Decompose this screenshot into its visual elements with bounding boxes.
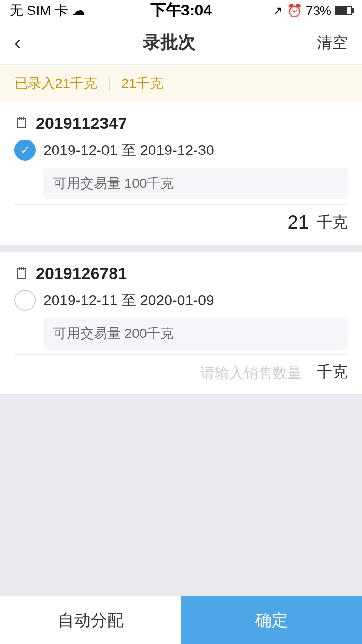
batch-2-date: 2019-12-11 至 2020-01-09	[43, 291, 214, 310]
batch-1-date-row: ✓ 2019-12-01 至 2019-12-30	[14, 140, 348, 161]
status-time: 下午3:04	[150, 0, 212, 21]
batch-item-1: 🗒 2019112347 ✓ 2019-12-01 至 2019-12-30 可…	[0, 102, 362, 245]
confirm-button[interactable]: 确定	[181, 596, 362, 644]
battery-icon	[335, 6, 352, 15]
batch-1-input-row: 21 千克	[14, 204, 348, 233]
back-button[interactable]: ‹	[14, 32, 21, 54]
page-title: 录批次	[143, 31, 195, 55]
batch-2-header: 🗒 2019126781	[14, 264, 348, 283]
clock-icon: ⏰	[287, 3, 302, 18]
sim-text: 无 SIM 卡 ☁	[10, 1, 85, 20]
batch-2-input-row: 千克	[14, 354, 348, 383]
recorded-qty-label: 已录入21千克	[14, 74, 97, 93]
status-bar: 无 SIM 卡 ☁ 下午3:04 ↗ ⏰ 73%	[0, 0, 362, 21]
nav-bar: ‹ 录批次 清空	[0, 21, 362, 65]
batch-1-value: 21	[14, 211, 309, 233]
batch-1-id: 2019112347	[36, 114, 127, 133]
section-divider	[0, 245, 362, 252]
batch-2-radio[interactable]	[14, 290, 36, 311]
location-icon: ↗	[272, 3, 283, 18]
batch-1-header: 🗒 2019112347	[14, 114, 348, 133]
batch-1-unit: 千克	[317, 212, 348, 233]
info-divider	[109, 76, 110, 91]
batch-2-unit: 千克	[317, 362, 348, 383]
batch-2-icon: 🗒	[14, 265, 30, 282]
auto-distribute-button[interactable]: 自动分配	[0, 596, 181, 644]
check-icon: ✓	[20, 143, 30, 157]
batch-2-separator	[212, 376, 309, 376]
batch-1-date: 2019-12-01 至 2019-12-30	[43, 140, 214, 160]
batch-1-separator	[188, 233, 285, 233]
batch-1-icon: 🗒	[14, 114, 30, 132]
batch-1-qty: 可用交易量 100千克	[43, 168, 348, 199]
batch-1-radio[interactable]: ✓	[14, 140, 36, 161]
battery-text: 73%	[306, 3, 331, 18]
batch-2-qty: 可用交易量 200千克	[43, 318, 348, 350]
batch-2-id: 2019126781	[36, 264, 127, 283]
batch-2-date-row: 2019-12-11 至 2020-01-09	[14, 290, 348, 311]
batch-item-2: 🗒 2019126781 2019-12-11 至 2020-01-09 可用交…	[0, 252, 362, 394]
bottom-bar: 自动分配 确定	[0, 596, 362, 644]
status-left: 无 SIM 卡 ☁	[10, 1, 85, 20]
info-banner: 已录入21千克 21千克	[0, 65, 362, 102]
status-right: ↗ ⏰ 73%	[272, 3, 352, 18]
recorded-qty-value: 21千克	[121, 74, 163, 93]
clear-button[interactable]: 清空	[317, 32, 348, 54]
batch-2-input[interactable]	[14, 362, 309, 382]
